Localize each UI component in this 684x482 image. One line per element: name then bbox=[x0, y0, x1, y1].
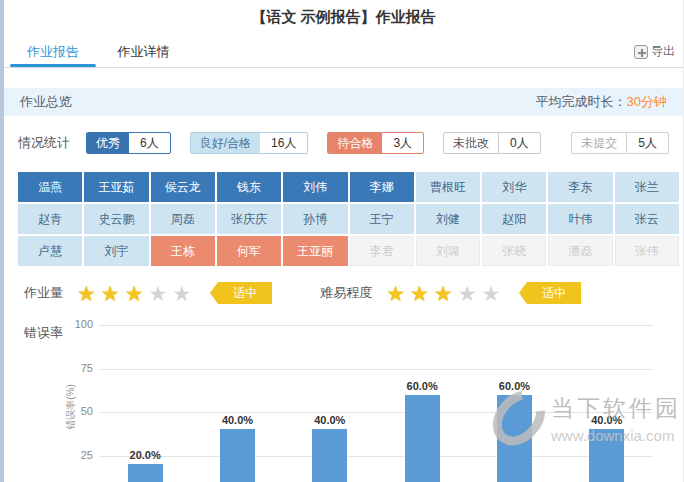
error-rate-bar bbox=[220, 429, 255, 482]
tab-bar: 作业报告 作业详情 导出 bbox=[4, 38, 683, 68]
student-cell[interactable]: 钱东 bbox=[217, 172, 281, 202]
avg-time-label: 平均完成时长： bbox=[536, 94, 627, 109]
status-statistics-row: 情况统计 优秀6人良好/合格16人待合格3人未批改0人未提交5人 bbox=[18, 132, 669, 154]
student-cell[interactable]: 张云 bbox=[615, 204, 679, 234]
avg-completion-time: 平均完成时长：30分钟 bbox=[536, 93, 667, 111]
stat-badge-count: 0人 bbox=[499, 133, 540, 153]
bar-value-label: 40.0% bbox=[314, 414, 345, 426]
status-badges: 优秀6人良好/合格16人待合格3人未批改0人未提交5人 bbox=[86, 132, 669, 154]
bar-value-label: 20.0% bbox=[130, 449, 161, 461]
page-title: 【语文 示例报告】作业报告 bbox=[251, 8, 435, 27]
overview-section-header: 作业总览 平均完成时长：30分钟 bbox=[4, 88, 683, 116]
students-grid: 温燕王亚茹侯云龙钱东刘伟李娜曹根旺刘华李东张兰赵青史云鹏周磊张庆庆孙博王宁刘健赵… bbox=[18, 172, 679, 266]
student-cell[interactable]: 赵阳 bbox=[482, 204, 546, 234]
student-cell[interactable]: 张庆庆 bbox=[217, 204, 281, 234]
y-axis-tick: 100 bbox=[63, 318, 93, 330]
student-cell[interactable]: 李东 bbox=[548, 172, 612, 202]
tab-homework-detail[interactable]: 作业详情 bbox=[100, 38, 186, 65]
export-label: 导出 bbox=[651, 43, 675, 60]
rating-group-workload: 作业量★★★★★适中 bbox=[24, 282, 272, 304]
student-cell[interactable]: 王亚茹 bbox=[84, 172, 148, 202]
chart-title: 错误率 bbox=[24, 324, 63, 342]
error-rate-bar bbox=[128, 464, 163, 482]
chart-bars: 20.0%40.0%40.0%60.0%60.0%40.0% bbox=[99, 325, 653, 482]
y-axis-tick: 50 bbox=[63, 405, 93, 417]
star-icon: ★ bbox=[434, 282, 458, 305]
error-rate-bar bbox=[589, 429, 624, 482]
chart-plot-area: 10075502520.0%40.0%40.0%60.0%60.0%40.0% bbox=[99, 325, 653, 482]
star-rating: ★★★★★ bbox=[386, 283, 505, 304]
student-cell[interactable]: 刘宇 bbox=[84, 236, 148, 266]
rating-label: 作业量 bbox=[24, 284, 63, 302]
page-header: 【语文 示例报告】作业报告 bbox=[4, 0, 683, 34]
student-cell[interactable]: 温燕 bbox=[18, 172, 82, 202]
error-rate-bar bbox=[405, 395, 440, 482]
rating-label: 难易程度 bbox=[320, 284, 372, 302]
error-rate-bar bbox=[312, 429, 347, 482]
stat-badge-name: 待合格 bbox=[328, 133, 382, 153]
star-rating: ★★★★★ bbox=[77, 283, 196, 304]
star-icon: ★ bbox=[386, 282, 410, 305]
stat-badge-count: 3人 bbox=[382, 133, 423, 153]
bar-value-label: 40.0% bbox=[222, 414, 253, 426]
star-icon: ★ bbox=[77, 282, 101, 305]
stat-badge-excellent: 优秀6人 bbox=[86, 132, 171, 154]
student-cell[interactable]: 赵青 bbox=[18, 204, 82, 234]
student-cell[interactable]: 潘磊 bbox=[548, 236, 612, 266]
student-cell[interactable]: 张晓 bbox=[482, 236, 546, 266]
student-cell[interactable]: 王宁 bbox=[350, 204, 414, 234]
bar-value-label: 60.0% bbox=[407, 380, 438, 392]
rating-group-difficulty: 难易程度★★★★★适中 bbox=[320, 282, 581, 304]
stat-badge-pending: 待合格3人 bbox=[327, 132, 424, 154]
stat-badge-name: 优秀 bbox=[87, 133, 129, 153]
stat-badge-name: 良好/合格 bbox=[191, 133, 260, 153]
student-cell[interactable]: 刘健 bbox=[416, 204, 480, 234]
homework-report-window: 【语文 示例报告】作业报告 作业报告 作业详情 导出 作业总览 平均完成时长：3… bbox=[4, 0, 684, 482]
avg-time-value: 30分钟 bbox=[627, 94, 667, 109]
star-icon: ★ bbox=[125, 282, 149, 305]
rating-badge: 适中 bbox=[218, 282, 272, 304]
student-cell[interactable]: 李娜 bbox=[350, 172, 414, 202]
export-button[interactable]: 导出 bbox=[634, 43, 675, 60]
bar-group: 60.0% bbox=[405, 325, 440, 482]
stat-badge-name: 未批改 bbox=[444, 133, 499, 153]
y-axis-tick: 25 bbox=[63, 449, 93, 461]
star-icon: ★ bbox=[481, 282, 505, 305]
tab-homework-report[interactable]: 作业报告 bbox=[10, 38, 96, 65]
student-cell[interactable]: 张伟 bbox=[615, 236, 679, 266]
bar-value-label: 40.0% bbox=[591, 414, 622, 426]
student-cell[interactable]: 侯云龙 bbox=[151, 172, 215, 202]
student-cell[interactable]: 刘伟 bbox=[283, 172, 347, 202]
student-cell[interactable]: 周磊 bbox=[151, 204, 215, 234]
student-cell[interactable]: 叶伟 bbox=[548, 204, 612, 234]
student-cell[interactable]: 曹根旺 bbox=[416, 172, 480, 202]
student-cell[interactable]: 孙博 bbox=[283, 204, 347, 234]
student-cell[interactable]: 刘华 bbox=[482, 172, 546, 202]
student-cell[interactable]: 李君 bbox=[350, 236, 414, 266]
student-cell[interactable]: 何军 bbox=[217, 236, 281, 266]
bar-group: 40.0% bbox=[220, 325, 255, 482]
y-axis-tick: 75 bbox=[63, 362, 93, 374]
student-cell[interactable]: 刘璐 bbox=[416, 236, 480, 266]
student-cell[interactable]: 王亚丽 bbox=[283, 236, 347, 266]
stats-label: 情况统计 bbox=[18, 134, 70, 152]
stat-badge-good: 良好/合格16人 bbox=[190, 132, 309, 154]
star-icon: ★ bbox=[101, 282, 125, 305]
student-cell[interactable]: 王栋 bbox=[151, 236, 215, 266]
error-rate-bar bbox=[497, 395, 532, 482]
ratings-row: 作业量★★★★★适中难易程度★★★★★适中 bbox=[24, 278, 683, 308]
stat-badge-ungraded: 未批改0人 bbox=[443, 132, 541, 154]
stat-badge-missing: 未提交5人 bbox=[571, 132, 669, 154]
stat-badge-name: 未提交 bbox=[572, 133, 627, 153]
star-icon: ★ bbox=[410, 282, 434, 305]
stat-badge-count: 16人 bbox=[260, 133, 307, 153]
student-cell[interactable]: 史云鹏 bbox=[84, 204, 148, 234]
overview-title: 作业总览 bbox=[20, 93, 72, 111]
student-cell[interactable]: 张兰 bbox=[615, 172, 679, 202]
student-cell[interactable]: 卢慧 bbox=[18, 236, 82, 266]
error-rate-chart: 错误率 错误率(%) 10075502520.0%40.0%40.0%60.0%… bbox=[4, 316, 683, 482]
window-left-border bbox=[0, 0, 4, 482]
star-icon: ★ bbox=[458, 282, 482, 305]
bar-group: 20.0% bbox=[128, 325, 163, 482]
rating-badge: 适中 bbox=[527, 282, 581, 304]
